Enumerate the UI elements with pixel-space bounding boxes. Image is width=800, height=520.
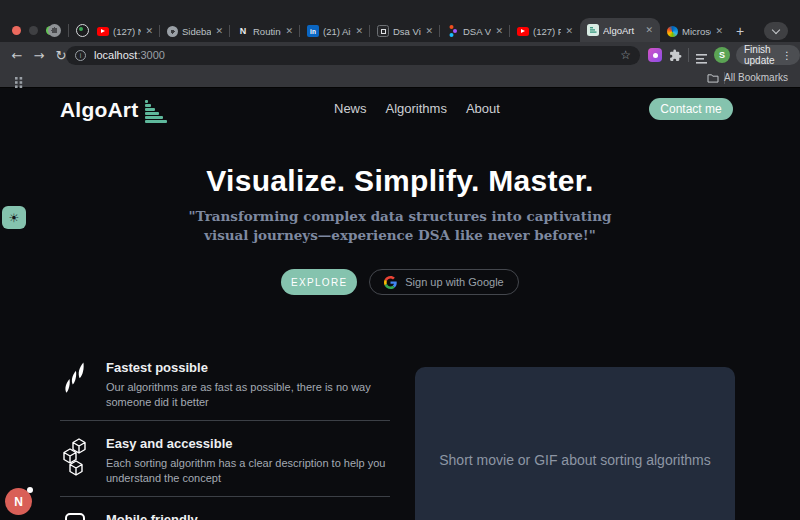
new-tab-button[interactable]: +	[730, 20, 750, 42]
address-bar[interactable]: i localhost:3000 ☆	[66, 46, 640, 65]
feature-desc: Our algorithms are as fast as possible, …	[106, 380, 390, 410]
cubes-icon	[60, 435, 90, 486]
phone-icon	[60, 511, 90, 520]
hero-title: Visualize. Simplify. Master.	[0, 164, 800, 198]
algoart-favicon	[587, 24, 599, 36]
linkedin-favicon: in	[307, 25, 319, 37]
site-logo[interactable]: AlgoArt	[60, 97, 167, 123]
divider	[60, 496, 390, 497]
forward-button[interactable]: →	[30, 46, 48, 64]
all-bookmarks-button[interactable]: All Bookmarks	[707, 72, 788, 83]
close-tab-icon[interactable]: ✕	[715, 27, 723, 36]
tab-youtube-1[interactable]: (127) Nigh ✕	[90, 20, 160, 42]
google-signup-button[interactable]: Sign up with Google	[369, 269, 518, 295]
close-tab-icon[interactable]: ✕	[645, 26, 653, 35]
close-window-button[interactable]	[12, 26, 21, 35]
bookmark-star-icon[interactable]: ☆	[620, 48, 631, 62]
theme-toggle-button[interactable]: ☀	[2, 206, 26, 229]
site-favicon	[167, 26, 178, 37]
divider	[68, 24, 69, 37]
site-logo-text: AlgoArt	[60, 98, 138, 122]
youtube-favicon	[517, 27, 529, 36]
extensions-puzzle-icon[interactable]	[669, 48, 682, 66]
profile-circle-icon[interactable]	[48, 24, 61, 37]
tab-title: (127) Nigh	[113, 26, 141, 37]
site-info-icon[interactable]: i	[75, 50, 86, 61]
close-tab-icon[interactable]: ✕	[495, 27, 503, 36]
close-tab-icon[interactable]: ✕	[425, 27, 433, 36]
flame-icon	[60, 359, 90, 410]
tab-dsa-visual[interactable]: Dsa Visual ✕	[370, 20, 440, 42]
tab-title: Routing: L	[253, 26, 281, 37]
feature-mobile: Mobile friendly	[60, 509, 390, 520]
tab-linkedin[interactable]: in (21) Aisha ✕	[300, 20, 370, 42]
folder-icon	[707, 73, 719, 83]
close-tab-icon[interactable]: ✕	[145, 27, 153, 36]
feature-text: Fastest possible Our algorithms are as f…	[106, 359, 390, 410]
all-bookmarks-label: All Bookmarks	[724, 72, 788, 83]
youtube-favicon	[97, 27, 109, 36]
minimize-window-button[interactable]	[29, 26, 38, 35]
app-favicon	[377, 25, 389, 37]
finish-update-button[interactable]: Finish update ⋮	[736, 45, 800, 65]
notification-dot	[27, 487, 33, 493]
nav-link-news[interactable]: News	[334, 101, 367, 116]
hero-quote: "Transforming complex data structures in…	[183, 207, 617, 245]
tab-youtube-2[interactable]: (127) Full ✕	[510, 20, 580, 42]
explore-button[interactable]: EXPLORE	[281, 269, 357, 295]
feature-text: Mobile friendly	[106, 511, 198, 520]
feature-desc: Each sorting algorithm has a clear descr…	[106, 456, 390, 486]
tab-title: AlgoArt	[603, 25, 641, 36]
bookmarks-bar	[0, 68, 800, 88]
close-tab-icon[interactable]: ✕	[355, 27, 363, 36]
browser-menu-icon[interactable]: ⋮	[782, 50, 792, 61]
hero-buttons: EXPLORE Sign up with Google	[0, 269, 800, 295]
tab-microsoft[interactable]: Microsoft ✕	[660, 20, 730, 42]
google-g-icon	[384, 276, 397, 289]
tab-figma[interactable]: DSA Visau ✕	[440, 20, 510, 42]
tab-title: Microsoft	[682, 26, 711, 37]
reading-list-icon[interactable]	[696, 50, 708, 68]
tab-title: Dsa Visual	[393, 26, 421, 37]
tab-algoart-active[interactable]: AlgoArt ✕	[580, 18, 660, 42]
feature-fastest: Fastest possible Our algorithms are as f…	[60, 357, 390, 420]
url-text[interactable]: localhost:3000	[94, 49, 165, 61]
bar-chart-logo-icon	[145, 97, 167, 123]
tab-title: Sidebar M	[182, 26, 211, 37]
browser-profile-avatar[interactable]: S	[714, 47, 730, 63]
titlebar-icons	[48, 24, 89, 37]
divider	[688, 48, 689, 62]
contact-me-button[interactable]: Contact me	[649, 98, 733, 120]
nav-link-algorithms[interactable]: Algorithms	[386, 101, 447, 116]
media-placeholder-text: Short movie or GIF about sorting algorit…	[439, 452, 711, 468]
finish-update-label: Finish update	[744, 44, 776, 66]
notion-favicon: N	[237, 25, 249, 37]
tab-sidebar[interactable]: Sidebar M ✕	[160, 20, 230, 42]
close-tab-icon[interactable]: ✕	[565, 27, 573, 36]
browser-badge-icon[interactable]	[76, 24, 89, 37]
tab-title: (127) Full	[533, 26, 561, 37]
sun-icon: ☀	[9, 211, 20, 225]
tab-search-button[interactable]	[764, 22, 788, 40]
url-host: localhost	[94, 49, 137, 61]
feature-easy: Easy and accessible Each sorting algorit…	[60, 433, 390, 496]
url-port: :3000	[137, 49, 165, 61]
back-button[interactable]: ←	[8, 46, 26, 64]
close-tab-icon[interactable]: ✕	[285, 27, 293, 36]
feature-title: Mobile friendly	[106, 512, 198, 520]
divider	[60, 420, 390, 421]
feature-title: Easy and accessible	[106, 436, 390, 451]
media-placeholder-panel: Short movie or GIF about sorting algorit…	[415, 367, 735, 520]
features-list: Fastest possible Our algorithms are as f…	[60, 357, 390, 520]
extension-purple-icon[interactable]	[648, 48, 662, 62]
google-signup-label: Sign up with Google	[405, 276, 503, 288]
tab-routing[interactable]: N Routing: L ✕	[230, 20, 300, 42]
microsoft-favicon	[667, 26, 678, 37]
site-nav: News Algorithms About	[334, 101, 500, 116]
tab-strip: (127) Nigh ✕ Sidebar M ✕ N Routing: L ✕ …	[90, 20, 750, 42]
nav-link-about[interactable]: About	[466, 101, 500, 116]
feature-title: Fastest possible	[106, 360, 390, 375]
chevron-down-icon	[772, 25, 780, 33]
close-tab-icon[interactable]: ✕	[215, 27, 223, 36]
browser-titlebar: (127) Nigh ✕ Sidebar M ✕ N Routing: L ✕ …	[0, 0, 800, 42]
